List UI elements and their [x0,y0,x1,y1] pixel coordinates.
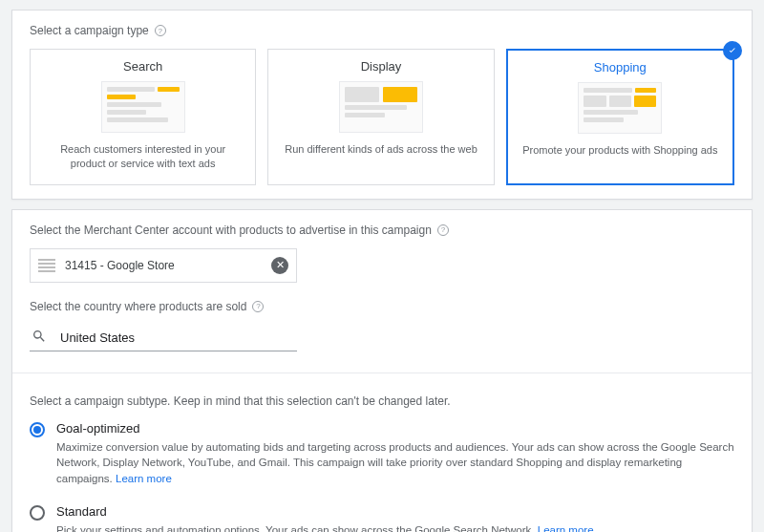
radio-desc: Maximize conversion value by automating … [56,439,734,487]
help-icon[interactable]: ? [437,224,449,236]
divider [12,372,752,373]
campaign-type-card-display[interactable]: Display Run different kinds of ads acros… [267,49,494,185]
card-title: Display [280,59,481,74]
campaign-settings-panel: Select the Merchant Center account with … [11,209,753,532]
campaign-type-label: Select a campaign type ? [30,24,734,37]
card-thumb [101,81,185,133]
subtype-option-goal-optimized[interactable]: Goal-optimized Maximize conversion value… [30,421,734,487]
subtype-label-text: Select a campaign subtype. Keep in mind … [30,394,451,408]
learn-more-link[interactable]: Learn more [538,524,594,532]
country-value: United States [60,330,135,345]
radio-icon [30,422,45,437]
campaign-type-card-shopping[interactable]: Shopping Promote your products with Shop… [506,49,734,185]
radio-title: Standard [56,504,594,519]
learn-more-link[interactable]: Learn more [116,473,172,484]
campaign-type-panel: Select a campaign type ? Search Reach cu… [11,10,753,200]
card-thumb [578,82,662,134]
card-title: Search [42,59,244,74]
merchant-icon [38,259,55,272]
campaign-type-label-text: Select a campaign type [30,24,149,37]
merchant-label-text: Select the Merchant Center account with … [30,223,432,237]
check-icon [723,41,742,60]
radio-desc: Pick your settings and automation option… [56,522,594,532]
card-desc: Promote your products with Shopping ads [520,143,721,158]
card-title: Shopping [520,60,721,74]
card-thumb [339,81,423,133]
merchant-label: Select the Merchant Center account with … [30,223,734,237]
merchant-value: 31415 - Google Store [65,259,262,272]
radio-title: Goal-optimized [56,421,734,436]
merchant-select[interactable]: 31415 - Google Store ✕ [30,248,297,283]
subtype-option-standard[interactable]: Standard Pick your settings and automati… [30,504,734,532]
search-icon [32,329,47,347]
card-desc: Reach customers interested in your produ… [42,142,244,171]
help-icon[interactable]: ? [252,301,264,312]
country-label: Select the country where products are so… [30,300,734,313]
subtype-radio-group: Goal-optimized Maximize conversion value… [30,421,734,532]
country-select[interactable]: United States [30,325,297,351]
country-label-text: Select the country where products are so… [30,300,246,313]
radio-icon [30,505,45,521]
help-icon[interactable]: ? [155,25,166,36]
clear-icon[interactable]: ✕ [271,257,288,274]
campaign-type-card-search[interactable]: Search Reach customers interested in you… [30,49,256,185]
subtype-label: Select a campaign subtype. Keep in mind … [30,394,734,408]
card-desc: Run different kinds of ads across the we… [280,142,481,157]
campaign-type-cards: Search Reach customers interested in you… [30,49,734,185]
